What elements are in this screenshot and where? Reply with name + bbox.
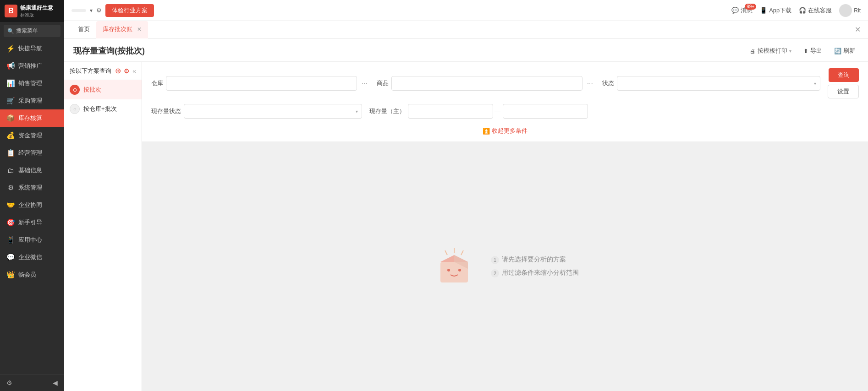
sidebar-item-finance[interactable]: 💰 资金管理 [0,127,64,144]
online-service-label: 在线客服 [808,6,832,15]
svg-line-7 [461,250,463,255]
warehouse-input[interactable] [166,76,357,91]
quantity-dash: — [495,108,501,115]
content-area: 按以下方案查询 ⊕ ⚙ « ⊙ 按批次 ○ 按仓库+批次 [64,62,868,391]
tab-close-button[interactable]: ✕ [137,26,142,33]
sidebar-item-label: 企业微信 [18,253,42,261]
topbar-right: 💬 消息 99+ 📱 App下载 🎧 在线客服 Rit [731,4,861,17]
sidebar-item-newbie[interactable]: 🎯 新手引导 [0,214,64,231]
user-menu-button[interactable]: Rit [839,4,861,17]
tab-inventory-batch[interactable]: 库存批次账 ✕ [96,21,148,38]
sidebar-item-enterprise[interactable]: 🤝 企业协同 [0,196,64,214]
hint-text-2: 用过滤条件来缩小分析范围 [502,269,579,277]
sidebar-item-label: 资金管理 [18,131,42,140]
sidebar-item-label: 销售管理 [18,79,42,87]
app-download-icon: 📱 [760,7,767,14]
app-download-button[interactable]: 📱 App下载 [760,6,791,15]
print-icon: 🖨 [750,48,756,54]
avatar [839,4,852,17]
warehouse-filter: 仓库 ··· [151,76,369,91]
topbar-gear-button[interactable]: ⚙ [96,7,102,14]
sidebar-item-basic[interactable]: 🗂 基础信息 [0,162,64,179]
sidebar-item-system[interactable]: ⚙ 系统管理 [0,179,64,196]
collapse-filters-button[interactable]: ⏫ 收起更多条件 [151,124,859,135]
topbar-dropdown-button[interactable]: ▾ [90,7,93,14]
sidebar-search[interactable]: 🔍 搜索菜单 [4,25,60,37]
topbar-left: ▾ ⚙ 体验行业方案 [71,4,727,17]
tab-home[interactable]: 首页 [71,21,96,38]
collapse-sidebar-button[interactable]: ◀ [53,379,58,386]
enterprise-icon: 🤝 [6,201,15,209]
inventory-status-select[interactable]: ▾ [184,104,362,119]
export-button[interactable]: ⬆ 导出 [800,45,826,57]
settings-button[interactable]: ⚙ [6,379,12,386]
warehouse-dots[interactable]: ··· [360,79,369,87]
filter-row-2: 现存量状态 ▾ 现存量（主） — [151,104,859,119]
collapse-label: 收起更多条件 [492,127,527,135]
query-button[interactable]: 查询 [829,68,859,82]
sidebar-item-operation[interactable]: 📋 经营管理 [0,144,64,162]
sidebar-item-inventory[interactable]: 📦 库存核算 [0,109,64,127]
wechat-icon: 💬 [6,253,15,261]
app-title: 畅康通好生意 [20,4,53,12]
sidebar-nav: ⚡ 快捷导航 📢 营销推广 📊 销售管理 🛒 采购管理 📦 库存核算 💰 资金管… [0,40,64,374]
online-service-button[interactable]: 🎧 在线客服 [799,6,832,15]
sidebar-item-label: 采购管理 [18,97,42,105]
sidebar-item-purchase[interactable]: 🛒 采购管理 [0,92,64,109]
inventory-status-chevron-icon: ▾ [356,109,358,114]
settings-button[interactable]: 设置 [828,85,859,98]
quantity-main-from[interactable] [408,104,493,119]
svg-point-4 [458,269,461,272]
sidebar-item-marketing[interactable]: 📢 营销推广 [0,57,64,75]
sales-icon: 📊 [6,79,15,87]
purchase-icon: 🛒 [6,97,15,105]
online-service-icon: 🎧 [799,7,806,14]
svg-line-5 [445,250,447,255]
empty-text: 1 请先选择要分析的方案 2 用过滤条件来缩小分析范围 [491,255,579,277]
newbie-icon: 🎯 [6,218,15,227]
collapse-up-icon: ⏫ [483,128,490,135]
main-area: ▾ ⚙ 体验行业方案 💬 消息 99+ 📱 App下载 🎧 在线客服 Rit [64,0,868,391]
sidebar-item-label: 畅会员 [18,271,36,279]
sidebar-item-sales[interactable]: 📊 销售管理 [0,75,64,92]
refresh-icon: 🔄 [834,48,841,54]
sidebar-item-label: 营销推广 [18,62,42,70]
product-label: 商品 [377,79,389,87]
sidebar-item-wechat[interactable]: 💬 企业微信 [0,249,64,266]
status-chevron-icon: ▾ [814,81,816,86]
hint-text-1: 请先选择要分析的方案 [502,255,566,264]
search-label: 搜索菜单 [16,27,38,35]
scheme-item-by-batch[interactable]: ⊙ 按批次 [64,80,142,99]
messages-icon: 💬 [731,7,739,14]
search-icon: 🔍 [7,28,14,34]
sidebar-item-label: 应用中心 [18,236,42,244]
add-scheme-button[interactable]: ⊕ [115,66,121,75]
scheme-icon-by-batch: ⊙ [70,85,80,95]
collapse-panel-button[interactable]: « [132,67,136,75]
scheme-icon-by-warehouse-batch: ○ [70,104,80,114]
messages-button[interactable]: 💬 消息 99+ [731,6,753,15]
sidebar-item-apps[interactable]: 📱 应用中心 [0,231,64,249]
apps-icon: 📱 [6,236,15,244]
product-input[interactable] [391,76,582,91]
quantity-main-to[interactable] [503,104,588,119]
print-template-button[interactable]: 🖨 按模板打印 ▾ [746,45,795,57]
product-dots[interactable]: ··· [585,79,595,87]
refresh-button[interactable]: 🔄 刷新 [830,45,859,57]
left-panel-header: 按以下方案查询 ⊕ ⚙ « [64,62,142,80]
sidebar-item-label: 库存核算 [18,114,42,122]
sidebar-item-member[interactable]: 👑 畅会员 [0,266,64,283]
close-all-tabs-button[interactable]: ✕ [855,25,861,34]
scheme-label-by-warehouse-batch: 按仓库+批次 [83,105,117,113]
sidebar-item-quick-nav[interactable]: ⚡ 快捷导航 [0,40,64,57]
manage-scheme-button[interactable]: ⚙ [124,67,130,75]
sidebar-item-label: 系统管理 [18,184,42,192]
member-icon: 👑 [6,271,15,279]
left-panel-actions: ⊕ ⚙ « [115,66,136,75]
tab-bar: 首页 库存批次账 ✕ ✕ [64,21,868,38]
status-select[interactable]: ▾ [617,76,820,91]
right-panel: 仓库 ··· 商品 ··· 状态 ▾ [142,62,868,391]
scheme-item-by-warehouse-batch[interactable]: ○ 按仓库+批次 [64,99,142,119]
breadcrumb [71,9,86,12]
experience-button[interactable]: 体验行业方案 [105,4,154,17]
